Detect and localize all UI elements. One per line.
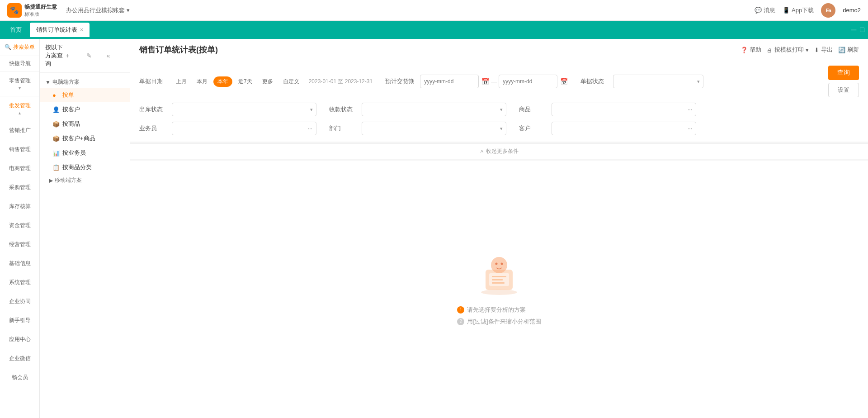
svg-point-5	[501, 262, 503, 265]
workspace-selector[interactable]: 办公用品行业模拟账套 ▾	[66, 6, 130, 14]
status-label: 单据状态	[580, 77, 608, 86]
message-btn[interactable]: 💬 消息	[755, 6, 775, 14]
print-btn[interactable]: 🖨 按模板打印 ▾	[767, 46, 809, 54]
help-btn[interactable]: ❓ 帮助	[741, 46, 761, 54]
tip-num-2: 2	[457, 318, 464, 325]
goods-more-btn[interactable]: ···	[688, 106, 692, 113]
sidebar-item-inventory[interactable]: 库存核算	[0, 197, 39, 216]
date-tag-last-month[interactable]: 上月	[172, 76, 191, 87]
customer-more-btn[interactable]: ···	[688, 125, 692, 132]
sidebar-item-marketing[interactable]: 营销推广	[0, 121, 39, 140]
mobile-group-arrow: ▶	[49, 177, 53, 184]
logo-icon: 🐾	[7, 3, 22, 18]
scheme-group-desktop: ▼ 电脑端方案	[40, 76, 130, 88]
salesman-input[interactable]: ···	[172, 122, 316, 135]
sidebar-item-wechat[interactable]: 企业微信	[0, 349, 39, 368]
expected-date-end[interactable]	[499, 75, 557, 88]
collapse-text: ∧ 收起更多条件	[480, 148, 518, 154]
svg-point-4	[495, 262, 498, 265]
scheme-item-by-order[interactable]: ● 按单	[40, 88, 130, 102]
print-icon: 🖨	[767, 47, 773, 53]
user-avatar[interactable]: Ea	[821, 3, 835, 18]
top-bar-right: 💬 消息 📱 App下载 Ea demo2	[755, 3, 861, 18]
goods-field[interactable]: ···	[552, 103, 696, 116]
settings-btn[interactable]: 设置	[828, 83, 859, 97]
scheme-edit-btn[interactable]: ✎	[86, 52, 104, 59]
mobile-group-label: 移动端方案	[55, 176, 82, 184]
scheme-item-by-customer[interactable]: 👤 按客户	[40, 102, 130, 117]
date-tag-7days[interactable]: 近7天	[234, 76, 256, 87]
workspace-area[interactable]: 办公用品行业模拟账套 ▾	[66, 6, 745, 14]
sidebar-item-finance[interactable]: 资金管理	[0, 216, 39, 235]
date-tag-this-month[interactable]: 本月	[193, 76, 212, 87]
sidebar-item-basic[interactable]: 基础信息	[0, 254, 39, 273]
tab-maximize-btn[interactable]: □	[860, 26, 864, 34]
sidebar-item-wholesale[interactable]: 批发管理 ▴	[0, 96, 39, 121]
sidebar-item-operations[interactable]: 经营管理	[0, 235, 39, 254]
export-btn[interactable]: ⬇ 导出	[814, 46, 833, 54]
refresh-btn[interactable]: 🔄 刷新	[838, 46, 859, 54]
tab-sales-order[interactable]: 销售订单统计表 ×	[30, 23, 90, 37]
sidebar-item-guide[interactable]: 新手引导	[0, 311, 39, 330]
goods-input[interactable]: ···	[552, 103, 696, 116]
scheme-group-mobile[interactable]: ▶ 移动端方案	[40, 175, 130, 186]
expected-date-start[interactable]	[420, 75, 479, 88]
sidebar-purchase-label: 采购管理	[9, 184, 31, 191]
tab-bar: 首页 销售订单统计表 × ─ □	[0, 21, 868, 39]
pay-status-select[interactable]	[362, 103, 506, 116]
tab-close-icon[interactable]: ×	[80, 27, 83, 33]
calendar-end-icon[interactable]: 📅	[560, 78, 568, 85]
sidebar-item-collab[interactable]: 企业协同	[0, 292, 39, 311]
page-actions: ❓ 帮助 🖨 按模板打印 ▾ ⬇ 导出 🔄 刷新	[741, 46, 859, 54]
calendar-start-icon[interactable]: 📅	[481, 78, 489, 85]
app-download-label: App下载	[792, 6, 814, 14]
sidebar-item-retail[interactable]: 零售管理 ▾	[0, 71, 39, 96]
sidebar-item-quicknav[interactable]: 快捷导航	[0, 56, 39, 71]
customer-field[interactable]: ···	[552, 122, 696, 135]
sidebar-guide-label: 新手引导	[9, 317, 31, 324]
sidebar-item-appcenter[interactable]: 应用中心	[0, 330, 39, 349]
sidebar-item-system[interactable]: 系统管理	[0, 273, 39, 292]
scheme-collapse-btn[interactable]: «	[107, 52, 124, 59]
sidebar-item-purchase[interactable]: 采购管理	[0, 178, 39, 197]
out-status-dropdown[interactable]: ▾	[172, 103, 316, 116]
scheme-item-by-goods[interactable]: 📦 按商品	[40, 117, 130, 131]
scheme-item-by-category[interactable]: 📋 按商品分类	[40, 160, 130, 175]
out-status-select[interactable]	[172, 103, 316, 116]
user-name[interactable]: demo2	[843, 7, 861, 14]
message-label: 消息	[764, 6, 775, 14]
download-icon: 📱	[783, 7, 790, 14]
status-dropdown[interactable]: ▾	[613, 75, 703, 88]
collapse-btn[interactable]: ∧ 收起更多条件	[130, 143, 868, 159]
dept-select[interactable]	[362, 122, 506, 135]
page-title: 销售订单统计表(按单)	[139, 44, 218, 55]
scheme-cg-label: 按客户+商品	[62, 134, 95, 142]
status-select[interactable]	[613, 75, 703, 88]
scheme-item-by-salesman[interactable]: 📊 按业务员	[40, 146, 130, 160]
sidebar-item-member[interactable]: 畅会员	[0, 368, 39, 387]
customer-input[interactable]: ···	[552, 122, 696, 135]
tab-minimize-btn[interactable]: ─	[851, 26, 856, 34]
pay-status-dropdown[interactable]: ▾	[362, 103, 506, 116]
scheme-add-btn[interactable]: +	[66, 52, 83, 59]
date-filter: 上月 本月 本年 近7天 更多 自定义 2023-01-01 至 2023-12…	[172, 76, 373, 87]
date-tag-custom[interactable]: 自定义	[279, 76, 303, 87]
sidebar-item-sales[interactable]: 销售管理	[0, 140, 39, 159]
salesman-field[interactable]: ···	[172, 122, 316, 135]
app-download-btn[interactable]: 📱 App下载	[783, 6, 814, 14]
dept-dropdown[interactable]: ▾	[362, 122, 506, 135]
sidebar-search[interactable]: 🔍 搜索菜单	[0, 39, 39, 56]
sidebar: 🔍 搜索菜单 快捷导航 零售管理 ▾ 批发管理 ▴ 营销推广 销售管理 电商管理…	[0, 39, 40, 418]
salesman-label: 业务员	[139, 124, 166, 133]
sidebar-basic-label: 基础信息	[9, 260, 31, 267]
scheme-salesman-label: 按业务员	[62, 149, 86, 157]
query-btn[interactable]: 查询	[828, 66, 859, 80]
sidebar-item-ecommerce[interactable]: 电商管理	[0, 159, 39, 178]
tab-home-label: 首页	[10, 26, 22, 34]
tab-home[interactable]: 首页	[4, 23, 28, 37]
salesman-more-btn[interactable]: ···	[308, 125, 312, 132]
scheme-item-by-customer-goods[interactable]: 📦 按客户+商品	[40, 131, 130, 146]
action-btn-group: 查询 设置	[828, 66, 859, 97]
date-tag-this-year[interactable]: 本年	[213, 76, 232, 87]
date-tag-more[interactable]: 更多	[258, 76, 277, 87]
